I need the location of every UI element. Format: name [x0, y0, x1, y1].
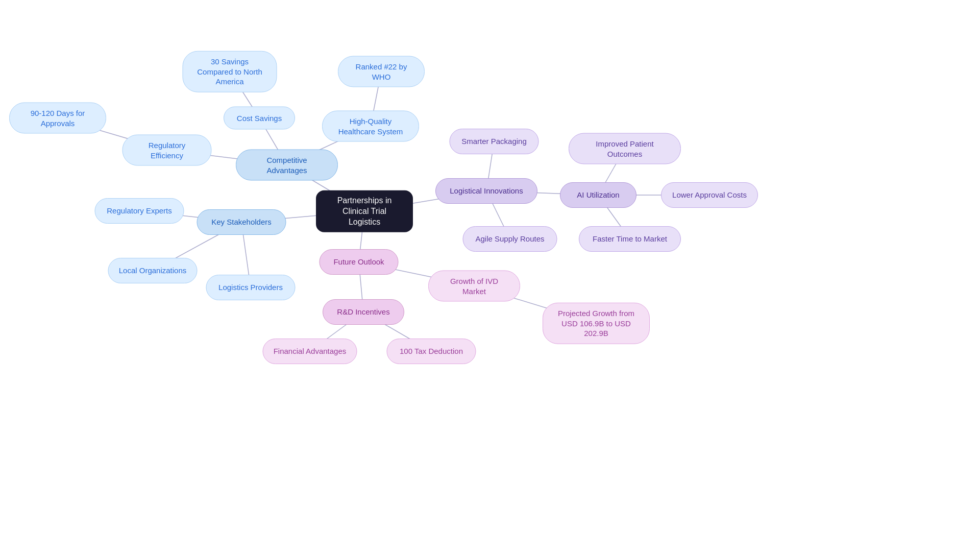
node-cost_savings[interactable]: Cost Savings [224, 107, 295, 130]
node-agile_supply[interactable]: Agile Supply Routes [463, 226, 557, 252]
node-regulatory_experts[interactable]: Regulatory Experts [95, 198, 184, 224]
mindmap-container: Partnerships in Clinical Trial Logistics… [0, 0, 980, 553]
node-improved_patient[interactable]: Improved Patient Outcomes [569, 133, 681, 164]
node-logistics_providers[interactable]: Logistics Providers [206, 275, 296, 300]
node-tax_deduction[interactable]: 100 Tax Deduction [387, 339, 476, 364]
node-future_outlook[interactable]: Future Outlook [320, 249, 399, 275]
node-rd_incentives[interactable]: R&D Incentives [323, 299, 404, 325]
node-lower_approval[interactable]: Lower Approval Costs [661, 182, 758, 208]
node-regulatory_efficiency[interactable]: Regulatory Efficiency [122, 135, 212, 166]
node-growth_ivd[interactable]: Growth of IVD Market [428, 271, 520, 302]
node-financial_advantages[interactable]: Financial Advantages [263, 339, 357, 364]
node-center[interactable]: Partnerships in Clinical Trial Logistics [316, 190, 413, 232]
node-projected_growth[interactable]: Projected Growth from USD 106.9B to USD … [543, 303, 650, 344]
node-days_90[interactable]: 90-120 Days for Approvals [9, 103, 106, 134]
node-competitive_advantages[interactable]: Competitive Advantages [236, 150, 338, 181]
node-high_quality[interactable]: High-Quality Healthcare System [322, 111, 419, 142]
node-faster_time[interactable]: Faster Time to Market [579, 226, 681, 252]
node-savings_30[interactable]: 30 Savings Compared to North America [183, 51, 277, 92]
node-key_stakeholders[interactable]: Key Stakeholders [197, 209, 286, 235]
node-ranked_22[interactable]: Ranked #22 by WHO [338, 56, 425, 87]
node-local_organizations[interactable]: Local Organizations [108, 258, 198, 283]
node-smarter_packaging[interactable]: Smarter Packaging [450, 129, 539, 154]
node-ai_utilization[interactable]: AI Utilization [560, 182, 636, 208]
node-logistical_innovations[interactable]: Logistical Innovations [435, 178, 537, 204]
